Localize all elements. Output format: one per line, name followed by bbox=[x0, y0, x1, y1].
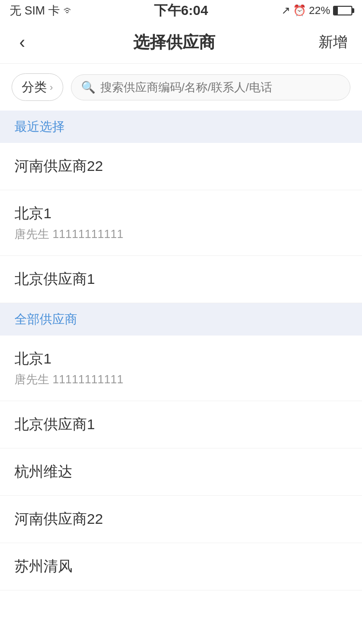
list-item[interactable]: 河南供应商22 bbox=[0, 143, 362, 190]
list-item[interactable]: 杭州维达 bbox=[0, 448, 362, 496]
page-title: 选择供应商 bbox=[133, 31, 215, 54]
alarm-icon: ⏰ bbox=[293, 4, 306, 17]
back-button[interactable]: ‹ bbox=[14, 28, 30, 57]
status-right: ↗ ⏰ 22% bbox=[281, 4, 352, 17]
recent-section-label: 最近选择 bbox=[14, 119, 65, 134]
list-item-name: 北京1 bbox=[14, 349, 348, 369]
list-item-name: 河南供应商22 bbox=[14, 509, 348, 529]
recent-section-header: 最近选择 bbox=[0, 111, 362, 143]
filter-bar: 分类 › 🔍 bbox=[0, 64, 362, 111]
list-item[interactable]: 北京供应商1 bbox=[0, 256, 362, 303]
search-box[interactable]: 🔍 bbox=[71, 74, 350, 100]
list-item-name: 北京供应商1 bbox=[14, 415, 348, 434]
battery-icon bbox=[333, 6, 352, 15]
list-item[interactable]: 北京1唐先生 11111111111 bbox=[0, 336, 362, 401]
list-item-name: 北京供应商1 bbox=[14, 269, 348, 289]
add-button[interactable]: 新增 bbox=[319, 32, 348, 52]
list-item-name: 河南供应商22 bbox=[14, 156, 348, 176]
list-item[interactable]: 北京供应商1 bbox=[0, 401, 362, 448]
chevron-right-icon: › bbox=[50, 82, 53, 93]
list-item[interactable]: 苏州清风 bbox=[0, 543, 362, 590]
recent-items-list: 河南供应商22北京1唐先生 11111111111北京供应商1 bbox=[0, 143, 362, 303]
all-section-header: 全部供应商 bbox=[0, 303, 362, 336]
status-time: 下午6:04 bbox=[154, 1, 208, 20]
list-item[interactable]: 河南供应商22 bbox=[0, 496, 362, 543]
nav-bar: ‹ 选择供应商 新增 bbox=[0, 21, 362, 64]
battery-percent: 22% bbox=[309, 4, 330, 17]
list-item-name: 北京1 bbox=[14, 204, 348, 224]
search-icon: 🔍 bbox=[81, 81, 96, 94]
list-item[interactable]: 北京1唐先生 11111111111 bbox=[0, 190, 362, 256]
location-icon: ↗ bbox=[281, 4, 290, 17]
category-button[interactable]: 分类 › bbox=[12, 73, 63, 101]
status-bar: 无 SIM 卡 ᯤ 下午6:04 ↗ ⏰ 22% bbox=[0, 0, 362, 21]
search-input[interactable] bbox=[100, 81, 340, 94]
list-item-sub: 唐先生 11111111111 bbox=[14, 372, 348, 387]
no-sim-label: 无 SIM 卡 ᯤ bbox=[10, 3, 75, 18]
list-item-name: 杭州维达 bbox=[14, 462, 348, 482]
all-section-label: 全部供应商 bbox=[14, 312, 77, 326]
all-items-list: 北京1唐先生 11111111111北京供应商1杭州维达河南供应商22苏州清风 bbox=[0, 336, 362, 590]
list-item-sub: 唐先生 11111111111 bbox=[14, 226, 348, 242]
status-left: 无 SIM 卡 ᯤ bbox=[10, 3, 75, 18]
category-label: 分类 bbox=[22, 79, 47, 96]
list-item-name: 苏州清风 bbox=[14, 557, 348, 576]
